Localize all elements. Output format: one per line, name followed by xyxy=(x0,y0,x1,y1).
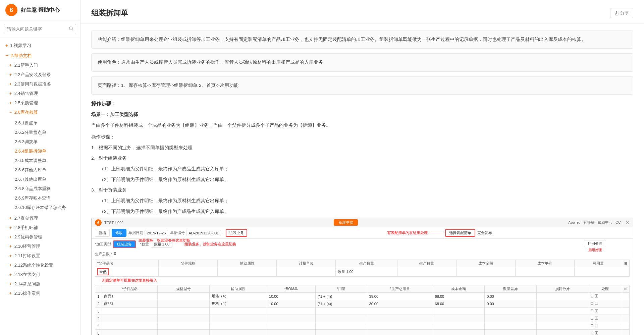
search-input[interactable] xyxy=(4,24,66,34)
logo-icon: 6 xyxy=(5,4,17,16)
table-row: 2 商品2 规格（4） 10.00 (*1 + (4)) 30.00 68.00… xyxy=(95,300,630,308)
app-logo: 6 xyxy=(95,219,102,226)
app-process-val: 组装业务 xyxy=(226,229,247,237)
sidebar-item-data-prep[interactable]: + 2.3使用前数据准备 xyxy=(9,79,80,89)
table-row: 5☐ 回 xyxy=(95,322,630,330)
app-annotation1: 有装配清单的在这里处理 xyxy=(387,230,428,235)
sidebar-item-coupon[interactable]: + 2.9优惠券管理 xyxy=(9,232,80,242)
main-content: 组装拆卸单 分享 功能介绍：组装拆卸单用来处理企业组装或拆卸等加工业务，支持有固… xyxy=(80,0,644,335)
step3-1: （1）上部明细为父件明细，最终作为原材料生成其它出库单； xyxy=(91,197,633,205)
parent-item-cell: 天然 xyxy=(97,268,109,275)
intro-block-3: 页面路径：1、库存核算->库存管理->组装拆卸单 2、首页->常用功能 xyxy=(91,76,633,95)
sidebar-item-mobile[interactable]: + 2.8手机旺辅 xyxy=(9,223,80,232)
sidebar-item-newbie[interactable]: + 2.1新手入门 xyxy=(9,61,80,70)
search-bar xyxy=(0,20,80,38)
app-process-field: 组装业务 xyxy=(226,229,247,237)
app-assembly-type[interactable]: 组装业务 xyxy=(113,240,136,248)
ops-title: 操作步骤： xyxy=(91,101,633,107)
app-new-btn[interactable]: 新建单据 xyxy=(334,219,358,226)
step2-1: （1）上部明细为父件明细，最终作为产成品生成其它入库单； xyxy=(91,165,633,173)
expand-icon: + xyxy=(5,43,8,48)
page-title: 组装拆卸单 xyxy=(91,8,128,18)
sidebar-nav: + 1.视频学习 − 2.帮助文档 + 2.1新手入门 + 2.2产品安装及登录… xyxy=(0,38,80,335)
ops-steps-title: 操作步骤： xyxy=(91,133,633,142)
annotation2-text: 组装业务、拆卸业务在这里切换 xyxy=(139,238,190,243)
share-icon xyxy=(614,11,619,15)
app-top-bar: 6 TEST-H002 新建单据 AppTixi 轻提醒 帮助中心 CC ✕ xyxy=(92,218,633,227)
step3-2: （2）下部明细为子件明细，最终作为产成品生成其它入库单。 xyxy=(91,207,633,216)
sidebar: 6 好生意 帮助中心 + 1.视频学习 − 2.帮助文档 + 2.1 xyxy=(0,0,80,335)
app-annotation2: 组装业务、拆卸业务在这里切换 xyxy=(184,242,236,247)
app-save-btn[interactable]: 完全发布 xyxy=(477,230,492,235)
sidebar-item-finance[interactable]: + 2.7资金管理 xyxy=(9,214,80,223)
intro-block-2: 使用角色：通常由生产人员或库管人员完成拆装业务的操作，库管人员确认原材料的出库和… xyxy=(91,53,633,71)
annotation2-wrap: 组装业务、拆卸业务在这里切换 xyxy=(139,238,190,243)
sidebar-item-help-docs[interactable]: − 2.帮助文档 xyxy=(0,51,80,61)
sidebar-item-stock-ledger[interactable]: 2.6.9库存账本查询 xyxy=(15,193,80,203)
scene1-title: 场景一：加工类型选择 xyxy=(91,110,633,119)
sidebar-header: 6 好生意 帮助中心 xyxy=(0,0,80,20)
app-date-field: 单据日期 2019-12-26 xyxy=(128,230,168,236)
app-parent-table: *父件品名 父件规格 辅助属性 计量单位 生产数量 生产数量 成本金额 成本单价… xyxy=(95,260,630,277)
app-process-btn[interactable]: 启用处理 xyxy=(584,240,606,247)
sidebar-item-cost-adjust[interactable]: 2.6.5成本调整单 xyxy=(15,156,80,165)
annotation3-label: 启用处理 xyxy=(588,248,602,253)
inventory-sub: 2.6.1盘点单 2.6.2分量盘点单 2.6.3调拨单 2.6.4组装拆卸单 … xyxy=(9,117,80,214)
sidebar-item-other-inbound[interactable]: 2.6.6其他入库单 xyxy=(15,165,80,175)
sidebar-item-video[interactable]: + 1.视频学习 xyxy=(0,41,80,51)
search-button[interactable] xyxy=(66,24,76,34)
scene1-desc: 当由多个子件材料组装成一个成品的业务为【组装】业务，当由一个父件拆分成多个子产品… xyxy=(91,121,633,130)
step2-2: （2）下部明细为子件明细，最终作为原材料生成其它出库单。 xyxy=(91,175,633,184)
app-child-table: *子件品名 规格型号 辅助属性 *BOM单 *用量 *生产总用量 成本金额 数量… xyxy=(95,285,630,335)
app-annotation1-wrap: 有装配清单的在这里处理 选择装配清单 完全发布 xyxy=(249,229,630,237)
app-screenshot: 6 TEST-H002 新建单据 AppTixi 轻提醒 帮助中心 CC ✕ 新… xyxy=(91,218,633,335)
svg-point-0 xyxy=(69,27,72,30)
app-type-field: 单据编号 AD-20191226-001 xyxy=(170,230,221,236)
table-row: 天然 数量 1.00 xyxy=(95,267,630,277)
sidebar-item-inventory[interactable]: − 2.6库存核算 xyxy=(9,108,80,117)
share-button[interactable]: 分享 xyxy=(610,8,633,18)
sidebar-item-online-payment[interactable]: + 2.13在线支付 xyxy=(9,270,80,279)
sidebar-item-transfer[interactable]: 2.6.3调拨单 xyxy=(15,137,80,147)
sidebar-item-other-outbound[interactable]: 2.6.7其他出库单 xyxy=(15,175,80,184)
sidebar-item-cost-recalc[interactable]: 2.6.8商品成本重算 xyxy=(15,184,80,193)
app-close-icon[interactable]: ✕ xyxy=(626,220,630,225)
step1: 1、根据不同的业务，选择不同单据的类型来处理 xyxy=(91,144,633,152)
app-help-link[interactable]: AppTixi 轻提醒 帮助中心 CC xyxy=(568,220,621,225)
app-confirm-btn[interactable]: 选择装配清单 xyxy=(445,229,475,237)
content-body: 功能介绍：组装拆卸单用来处理企业组装或拆卸等加工业务，支持有固定装配清单的产品加… xyxy=(80,24,644,335)
svg-line-1 xyxy=(72,30,73,31)
sidebar-item-sales[interactable]: + 2.4销售管理 xyxy=(9,89,80,98)
sidebar-item-operations[interactable]: + 2.10经营管理 xyxy=(9,242,80,251)
app-parent-table-wrap: *父件品名 父件规格 辅助属性 计量单位 生产数量 生产数量 成本金额 成本单价… xyxy=(92,258,633,278)
sidebar-item-assembly[interactable]: 2.6.4组装拆卸单 xyxy=(15,147,80,156)
table-row: 4☐ 回 xyxy=(95,315,630,322)
app-new-btn-wrap: 新建单据 xyxy=(126,219,566,226)
app-id: TEST-H002 xyxy=(104,221,123,225)
sidebar-item-install[interactable]: + 2.2产品安装及登录 xyxy=(9,70,80,79)
table-row: 1 商品1 规格（4） 10.00 (*1 + (4)) 39.00 68.00… xyxy=(95,293,630,300)
app-screenshot-container: 6 TEST-H002 新建单据 AppTixi 轻提醒 帮助中心 CC ✕ 新… xyxy=(91,218,633,335)
app-date-val: 2019-12-26 xyxy=(145,230,168,236)
collapse-icon: − xyxy=(5,53,8,59)
sidebar-item-personalize[interactable]: + 2.12系统个性化设置 xyxy=(9,261,80,270)
app-toolbar: 新增 修改 单据日期 2019-12-26 单据编号 AD-20191226-0… xyxy=(92,227,633,239)
app-subtabs: 生产总数： 0 xyxy=(92,250,633,258)
app-btn-new[interactable]: 新增 xyxy=(95,229,110,237)
app-child-table-wrap: *子件品名 规格型号 辅助属性 *BOM单 *用量 *生产总用量 成本金额 数量… xyxy=(92,284,633,335)
sidebar-item-partial-count[interactable]: 2.6.2分量盘点单 xyxy=(15,128,80,137)
step2: 2、对于组装业务 xyxy=(91,154,633,163)
annotation4-wrap: 无固定清单可批量在这里直接录入 xyxy=(92,278,633,284)
help-docs-sub: + 2.1新手入门 + 2.2产品安装及登录 + 2.3使用前数据准备 + 2.… xyxy=(0,61,80,298)
intro-block-1: 功能介绍：组装拆卸单用来处理企业组装或拆卸等加工业务，支持有固定装配清单的产品加… xyxy=(91,31,633,49)
annotation3-wrap: 启用处理 启用处理 xyxy=(584,240,606,253)
app-btn-edit[interactable]: 修改 xyxy=(112,229,126,237)
sidebar-item-ledger-error[interactable]: 2.6.10库存账本错了怎么办 xyxy=(15,203,80,212)
sidebar-item-faq[interactable]: + 2.14常见问题 xyxy=(9,279,80,289)
sidebar-item-stock-count[interactable]: 2.6.1盘点单 xyxy=(15,118,80,128)
sidebar-item-print[interactable]: + 2.11打印设置 xyxy=(9,251,80,261)
sidebar-item-cases[interactable]: + 2.15操作案例 xyxy=(9,289,80,298)
sidebar-item-purchase[interactable]: + 2.5采购管理 xyxy=(9,98,80,108)
step3: 3、对于拆装业务 xyxy=(91,186,633,194)
table-row: 3☐ 回 xyxy=(95,308,630,315)
